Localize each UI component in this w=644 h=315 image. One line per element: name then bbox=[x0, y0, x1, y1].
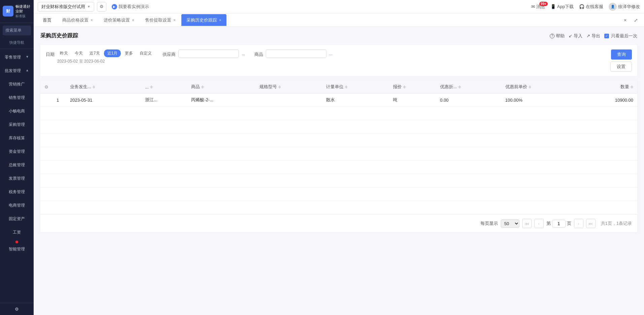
data-table-wrap: ⚙ 业务发生... bbox=[40, 80, 637, 232]
sidebar-item-invoice[interactable]: 发票管理 bbox=[0, 171, 34, 185]
sidebar-item-sales[interactable]: 销售管理 bbox=[0, 91, 34, 104]
tab-sale-price-label: 售价提取设置 bbox=[145, 17, 171, 23]
col-unit-sort[interactable]: 计量单位 bbox=[326, 84, 348, 90]
date-btn-7days[interactable]: 近7天 bbox=[87, 49, 103, 57]
sidebar-item-quicknav: 快捷导航 bbox=[0, 38, 34, 47]
sidebar-item-purchase[interactable]: 采购管理 bbox=[0, 117, 34, 131]
sidebar-item-smart[interactable]: 智能管理 bbox=[0, 239, 34, 255]
goods-input[interactable] bbox=[266, 49, 326, 58]
date-btn-yesterday[interactable]: 昨天 bbox=[57, 49, 71, 57]
col-unit-header[interactable]: 计量单位 bbox=[322, 80, 389, 94]
only-last-checkbox[interactable] bbox=[604, 34, 609, 38]
quote-sort-icon bbox=[403, 85, 406, 89]
pagination-next-btn[interactable]: › bbox=[574, 219, 583, 228]
per-page-select[interactable]: 50 20 100 200 bbox=[501, 219, 520, 228]
col-goods-header[interactable]: 商品 bbox=[187, 80, 255, 94]
sidebar-item-marketing[interactable]: 营销推广 bbox=[0, 77, 34, 91]
filter-settings-button[interactable]: 设置 bbox=[610, 62, 632, 72]
row-unit-cell: 散水 bbox=[322, 94, 389, 107]
tab-sale-price[interactable]: 售价提取设置 × bbox=[140, 14, 181, 26]
page-number-input[interactable] bbox=[552, 220, 566, 228]
tab-home[interactable]: 首页 bbox=[38, 14, 57, 26]
app-logo-text: 畅捷通好业财 标准版 bbox=[15, 4, 31, 19]
sidebar-item-general-ledger[interactable]: 总账管理 bbox=[0, 158, 34, 171]
date-btn-1month[interactable]: 近1月 bbox=[104, 49, 121, 57]
col-goods-sort[interactable]: 商品 bbox=[191, 84, 204, 90]
topbar-settings-button[interactable]: ⚙ bbox=[97, 2, 106, 11]
query-button[interactable]: 查询 bbox=[611, 49, 632, 60]
table-row-empty-7 bbox=[40, 187, 637, 201]
col-spec-sort[interactable]: 规格型号 bbox=[259, 84, 281, 90]
sidebar-item-inventory[interactable]: 库存核算 bbox=[0, 131, 34, 144]
sidebar-item-payroll[interactable]: 工资 bbox=[0, 225, 34, 239]
tab-right-controls: × ⤢ bbox=[621, 16, 640, 24]
sidebar-item-fixed-assets[interactable]: 固定资产 bbox=[0, 212, 34, 225]
edition-selector[interactable]: 好业财标准版交付试用 ▼ bbox=[38, 2, 94, 11]
sidebar-item-tax[interactable]: 税务管理 bbox=[0, 185, 34, 198]
unit-sort-icon bbox=[345, 85, 348, 89]
sidebar-item-wholesale[interactable]: 批发管理 ▲ bbox=[0, 64, 34, 77]
avatar: 👤 bbox=[609, 3, 617, 11]
pagination-last-btn[interactable]: ⏭ bbox=[586, 219, 596, 228]
col-pre-discount-header[interactable]: 优惠前单价 bbox=[501, 80, 578, 94]
row-seq-cell: 1 bbox=[52, 94, 66, 107]
col-bizdate-header[interactable]: 业务发生... bbox=[66, 80, 141, 94]
app-download-button[interactable]: 📱 App下载 bbox=[550, 4, 574, 10]
tab-sale-price-close[interactable]: × bbox=[173, 18, 176, 23]
goods-input-wrap: ... bbox=[266, 49, 334, 58]
message-button[interactable]: ✉ 消息 99+ bbox=[531, 4, 545, 10]
col-quote-header[interactable]: 报价 bbox=[389, 80, 436, 94]
tab-price[interactable]: 商品价格设置 × bbox=[57, 14, 98, 26]
sidebar-item-retail[interactable]: 零售管理 ▼ bbox=[0, 50, 34, 64]
col-spec-header[interactable]: 规格型号 bbox=[255, 80, 322, 94]
col-bizdate-sort[interactable]: 业务发生... bbox=[70, 84, 95, 90]
col-quote-sort[interactable]: 报价 bbox=[393, 84, 406, 90]
date-btn-more[interactable]: 更多 bbox=[122, 49, 136, 57]
row-spec-cell bbox=[255, 94, 322, 107]
import-button[interactable]: ↙ 导入 bbox=[569, 33, 582, 39]
col-pre-discount-sort[interactable]: 优惠前单价 bbox=[505, 84, 531, 90]
sidebar-settings-button[interactable]: ⚙ bbox=[0, 303, 34, 315]
pagination-page-info: 第 页 bbox=[546, 220, 571, 228]
tabbar: 首页 商品价格设置 × 进价策略设置 × 售价提取设置 × 采购历史价跟踪 × … bbox=[34, 13, 644, 27]
sidebar-item-ecommerce-small[interactable]: 小畅电商 bbox=[0, 104, 34, 117]
pagination-first-btn[interactable]: ⏮ bbox=[522, 219, 532, 228]
table-settings-icon[interactable]: ⚙ bbox=[44, 84, 48, 90]
table-row-empty-3 bbox=[40, 134, 637, 147]
export-button[interactable]: ↗ 导出 bbox=[586, 33, 600, 39]
goods-more-button[interactable]: ... bbox=[328, 50, 334, 58]
col-qty-sort[interactable]: 数量 bbox=[620, 84, 633, 90]
discount-sort-icon bbox=[458, 85, 461, 89]
col-discount-sort[interactable]: 优惠折... bbox=[440, 84, 461, 90]
sidebar-item-ecommerce[interactable]: 电商管理 bbox=[0, 198, 34, 212]
date-btn-custom[interactable]: 自定义 bbox=[137, 49, 154, 57]
tab-price-close[interactable]: × bbox=[91, 18, 93, 23]
import-icon: ↙ bbox=[569, 33, 572, 38]
tab-fullscreen-button[interactable]: ⤢ bbox=[632, 16, 640, 24]
tab-strategy[interactable]: 进价策略设置 × bbox=[99, 14, 139, 26]
user-profile-button[interactable]: 👤 徐泽华修改 bbox=[609, 3, 640, 11]
pagination-prev-btn[interactable]: ‹ bbox=[534, 219, 544, 228]
tab-strategy-close[interactable]: × bbox=[132, 18, 134, 23]
tab-history[interactable]: 采购历史价跟踪 × bbox=[181, 14, 226, 26]
online-service-button[interactable]: 🎧 在线客服 bbox=[579, 4, 603, 10]
col-discount-header[interactable]: 优惠折... bbox=[436, 80, 501, 94]
row-settings-cell bbox=[40, 94, 52, 107]
col-qty-header[interactable]: 数量 bbox=[578, 80, 637, 94]
sidebar-search-button[interactable]: 搜索菜单 bbox=[3, 26, 31, 35]
sidebar-logo: 财 畅捷通好业财 标准版 bbox=[0, 0, 34, 23]
page-label: 第 bbox=[546, 220, 551, 226]
tab-history-close[interactable]: × bbox=[219, 18, 221, 23]
supplier-input[interactable] bbox=[178, 49, 239, 58]
supplier-more-button[interactable]: ... bbox=[240, 50, 246, 58]
date-btn-today[interactable]: 今天 bbox=[72, 49, 85, 57]
col-more1-sort[interactable]: ... bbox=[145, 84, 153, 90]
tab-close-all-button[interactable]: × bbox=[621, 16, 629, 24]
chevron-up-icon: ▲ bbox=[26, 68, 29, 72]
col-more1-header[interactable]: ... bbox=[141, 80, 187, 94]
help-button[interactable]: ? 帮助 bbox=[550, 33, 565, 39]
demo-button[interactable]: ▶ 我要看实例演示 bbox=[112, 4, 149, 10]
table-row-empty-4 bbox=[40, 147, 637, 161]
sidebar-item-finance[interactable]: 资金管理 bbox=[0, 144, 34, 158]
only-last-filter[interactable]: 只看最后一次 bbox=[604, 33, 637, 39]
